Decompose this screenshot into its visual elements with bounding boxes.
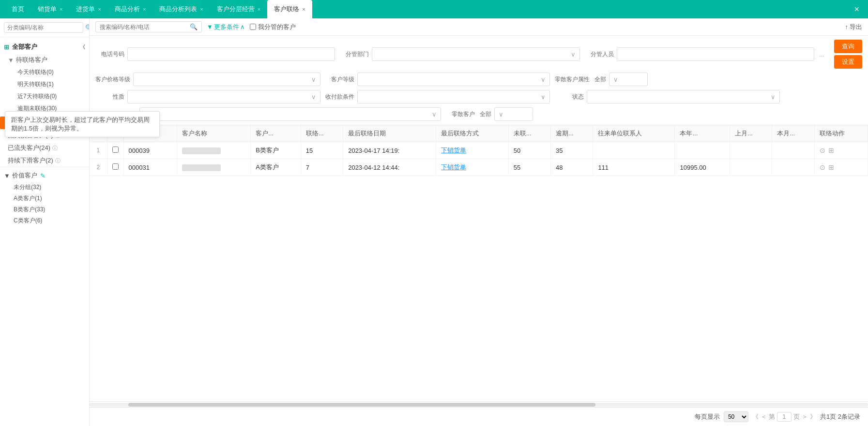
page-size-select[interactable]: 50 100 200 <box>724 411 748 422</box>
close-customer-tier-tab[interactable]: × <box>258 6 260 12</box>
person-select[interactable] <box>617 47 814 61</box>
sidebar-item-7days[interactable]: 近7天待联络(0) <box>4 90 89 103</box>
row-2-uncontacted: 55 <box>508 159 550 176</box>
customer-type-chevron: ∨ <box>432 111 437 118</box>
first-page-btn[interactable]: 《 <box>752 412 759 421</box>
filter-person: 分管人员 ... <box>585 47 824 61</box>
more-filter-button[interactable]: ▼ 更多条件 ∧ <box>207 23 245 31</box>
export-icon: ↑ <box>845 23 849 30</box>
nav-home[interactable]: 首页 <box>5 0 31 18</box>
customer-level-select[interactable]: ∨ <box>357 73 550 86</box>
sidebar-all-customers[interactable]: ⊞ 全部客户 《 <box>0 40 89 54</box>
close-customer-contact-tab[interactable]: × <box>302 6 305 12</box>
pay-terms-select[interactable]: ∨ <box>357 90 550 103</box>
row-2-checkbox[interactable] <box>112 163 119 170</box>
row-1-action-1[interactable]: ⊙ <box>820 147 825 154</box>
main-search-input[interactable] <box>100 24 190 30</box>
sidebar-search-icon[interactable]: 🔍 <box>85 24 90 31</box>
gender-select[interactable]: ∨ <box>127 90 320 103</box>
horizontal-scrollbar[interactable] <box>90 401 868 407</box>
row-2-last-date: 2023-04-12 14:44: <box>343 159 436 176</box>
row-1-level: B类客户 <box>251 142 301 159</box>
price-level-select[interactable]: ∨ <box>133 73 320 86</box>
phone-input[interactable] <box>127 47 335 61</box>
row-2-action-2[interactable]: ⊞ <box>828 163 834 171</box>
row-index-1: 1 <box>90 142 107 159</box>
next-page-btn[interactable]: ＞ <box>802 412 808 421</box>
sidebar-value-group-label[interactable]: ▼ 价值客户 ✎ <box>0 169 89 182</box>
row-1-contact: 15 <box>301 142 343 159</box>
sidebar-item-tomorrow[interactable]: 明天待联络(1) <box>4 78 89 90</box>
row-1-action-2[interactable]: ⊞ <box>828 147 834 154</box>
customer-level-chevron: ∨ <box>541 76 546 83</box>
sidebar-value-a[interactable]: A类客户(1) <box>0 193 89 204</box>
row-1-this-month <box>772 142 814 159</box>
col-unit-contact: 往来单位联系人 <box>593 125 675 142</box>
page-number[interactable]: 1 <box>777 412 792 422</box>
row-2-method-link[interactable]: 下销货单 <box>441 163 466 171</box>
sidebar-search-input[interactable] <box>4 22 83 33</box>
filter-icon: ▼ <box>207 23 213 30</box>
filter-price-level: 客户价格等级 ∨ <box>95 73 320 86</box>
nav-sales[interactable]: 销货单 × <box>31 0 69 18</box>
col-overdue: 逾期... <box>551 125 593 142</box>
customer-type-select[interactable]: ∨ <box>139 107 442 121</box>
sidebar-item-churned[interactable]: 已流失客户(24) ⓘ <box>0 142 89 154</box>
sidebar-item-declining[interactable]: 持续下滑客户(2) ⓘ <box>0 154 89 167</box>
more-dots-1[interactable]: ... <box>819 51 824 58</box>
row-2-contact: 7 <box>301 159 343 176</box>
retail-customer-select[interactable]: ∨ <box>494 107 533 121</box>
nav-customer-tier[interactable]: 客户分层经营 × <box>210 0 267 18</box>
close-product-list-tab[interactable]: × <box>200 6 203 12</box>
sidebar-value-group: ▼ 价值客户 ✎ 未分组(32) A类客户(1) B类客户(33) C类客户(6… <box>0 167 89 228</box>
close-sales-tab[interactable]: × <box>60 6 62 12</box>
sidebar-item-today[interactable]: 今天待联络(0) <box>4 66 89 78</box>
info-icon-3: ⓘ <box>55 157 61 164</box>
collapse-icon[interactable]: 《 <box>80 44 85 51</box>
nav-purchase[interactable]: 进货单 × <box>69 0 107 18</box>
prev-page-btn[interactable]: ＜ <box>761 412 767 421</box>
row-2-actions: ⊙ ⊞ <box>814 159 868 176</box>
settings-button[interactable]: 设置 <box>834 55 862 69</box>
row-1-checkbox[interactable] <box>112 147 119 153</box>
row-2-this-month <box>772 159 814 176</box>
nav-product-analysis[interactable]: 商品分析 × <box>108 0 152 18</box>
main-search-icon[interactable]: 🔍 <box>190 23 198 30</box>
filter-retail-attr: 零散客户属性 全部 ∨ <box>555 73 780 86</box>
nav-product-list[interactable]: 商品分析列表 × <box>152 0 210 18</box>
close-purchase-tab[interactable]: × <box>98 6 101 12</box>
row-index-2: 2 <box>90 159 107 176</box>
retail-attr-select[interactable]: ∨ <box>609 73 648 86</box>
row-1-this-year <box>675 142 730 159</box>
info-icon-2: ⓘ <box>52 145 58 152</box>
status-select[interactable]: ∨ <box>587 90 780 103</box>
dept-select[interactable]: ∨ <box>372 47 579 61</box>
export-button[interactable]: ↑ 导出 <box>845 23 863 31</box>
sidebar-tree: ⊞ 全部客户 《 ▼ 待联络客户 今天待联络(0) 明天待联络(1) 近7天待联… <box>0 37 89 426</box>
close-product-analysis-tab[interactable]: × <box>143 6 146 12</box>
edit-value-group-icon[interactable]: ✎ <box>40 172 46 179</box>
last-page-btn[interactable]: 》 <box>810 412 816 421</box>
grid-icon: ⊞ <box>4 44 9 51</box>
row-1-unit-contact <box>593 142 675 159</box>
row-1-method-link[interactable]: 下销货单 <box>441 147 466 154</box>
sidebar-value-ungroup[interactable]: 未分组(32) <box>0 182 89 193</box>
retail-customer-chevron: ∨ <box>499 111 503 118</box>
row-2-action-1[interactable]: ⊙ <box>820 163 825 171</box>
my-customer-check[interactable] <box>250 24 256 30</box>
row-1-name <box>177 142 250 159</box>
action-buttons: 查询 设置 <box>834 40 862 69</box>
retail-attr-chevron: ∨ <box>613 76 618 83</box>
per-page-label: 每页显示 <box>695 412 720 421</box>
sidebar-value-c[interactable]: C类客户(6) <box>0 215 89 226</box>
filter-phone: 电话号码 <box>95 47 335 61</box>
window-close-button[interactable]: × <box>850 4 863 15</box>
nav-customer-contact[interactable]: 客户联络 × <box>267 0 312 18</box>
row-2-last-month <box>730 159 772 176</box>
tree-group-pending-label[interactable]: ▼ 待联络客户 <box>4 54 89 66</box>
query-button[interactable]: 查询 <box>834 40 862 53</box>
my-customer-checkbox[interactable]: 我分管的客户 <box>250 23 296 31</box>
sidebar-value-b[interactable]: B类客户(33) <box>0 204 89 215</box>
filter-expanded: 电话号码 分管部门 ∨ 分管人员 ... <box>90 36 868 125</box>
row-1-last-month <box>730 142 772 159</box>
